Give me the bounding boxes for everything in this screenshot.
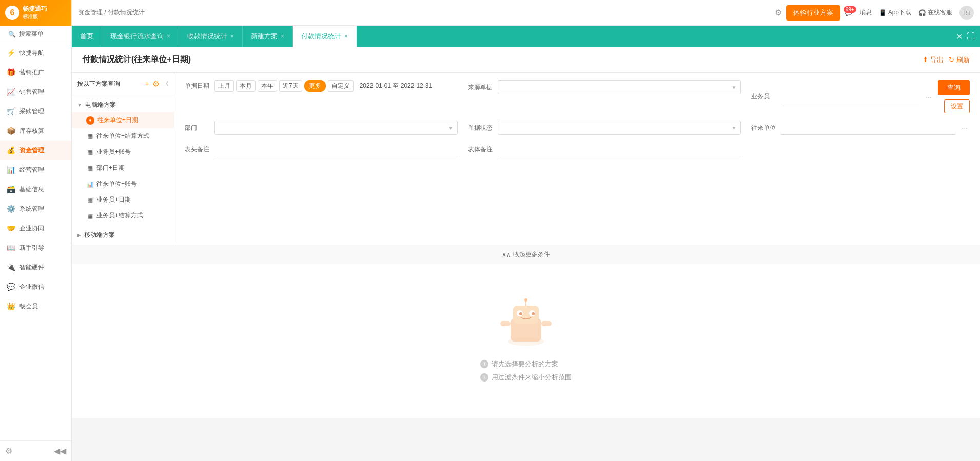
sidebar: 6 畅捷通巧 标准版 🔍 搜索菜单 ⚡快捷导航🎁营销推广📈销售管理🛒采购管理📦库…	[0, 0, 72, 461]
scheme-panel-header: 按以下方案查询 + ⚙ 《	[72, 73, 174, 95]
page-content: 付款情况统计(往来单位+日期) ⬆ 导出 ↻ 刷新 按以下方案查询 +	[72, 47, 980, 461]
scheme-group-mobile-label: 移动端方案	[84, 231, 115, 239]
table-icon: ▦	[86, 149, 93, 156]
dept-label: 部门	[185, 124, 210, 132]
topbar-gear-icon[interactable]: ⚙	[775, 8, 782, 17]
sidebar-item-guide[interactable]: 📖新手引导	[0, 238, 71, 257]
scheme-settings-icon[interactable]: ⚙	[152, 79, 160, 89]
refresh-button[interactable]: ↻ 刷新	[949, 55, 970, 65]
body-note-input[interactable]	[498, 142, 741, 156]
unit-dots-btn[interactable]: ···	[959, 124, 970, 132]
scheme-collapse-icon[interactable]: 《	[163, 79, 169, 88]
scheme-item-label: 往来单位+日期	[97, 116, 138, 125]
tab-new-scheme[interactable]: 新建方案 ×	[243, 26, 293, 47]
tab-cash-flow[interactable]: 现金银行流水查询 ×	[102, 26, 179, 47]
sidebar-bottom: ⚙ ◀◀	[0, 440, 71, 461]
sidebar-search[interactable]: 🔍 搜索菜单	[0, 26, 71, 43]
query-button[interactable]: 查询	[938, 80, 970, 95]
scheme-item-dept-date[interactable]: ▦部门+日期	[72, 160, 174, 176]
scheme-items-container: ●往来单位+日期▦往来单位+结算方式▦业务员+账号▦部门+日期📊往来单位+账号▦…	[72, 112, 174, 224]
sidebar-item-label: 新手引导	[19, 244, 44, 252]
filter-settings-button[interactable]: 设置	[944, 99, 970, 113]
staff-dots-btn[interactable]: ···	[924, 93, 934, 101]
date-btn-more[interactable]: 更多	[304, 80, 326, 92]
table-icon: ▦	[86, 133, 93, 140]
sidebar-item-enterprise[interactable]: 🤝企业协同	[0, 218, 71, 238]
scheme-item-staff-account[interactable]: ▦业务员+账号	[72, 144, 174, 160]
scheme-group-mobile-header[interactable]: ▶ 移动端方案	[72, 228, 174, 243]
sidebar-item-system[interactable]: ⚙️系统管理	[0, 199, 71, 218]
message-icon-area[interactable]: 💬 99+	[845, 9, 852, 16]
sidebar-item-purchase[interactable]: 🛒采购管理	[0, 102, 71, 121]
header-note-input[interactable]	[214, 142, 458, 156]
sidebar-item-hardware[interactable]: 🔌智能硬件	[0, 257, 71, 277]
tab-close-cash-flow[interactable]: ×	[167, 33, 170, 40]
scheme-item-label: 往来单位+账号	[96, 179, 137, 188]
app-download[interactable]: 📱 App下载	[879, 8, 911, 17]
online-service[interactable]: 🎧 在线客服	[918, 8, 952, 17]
tab-collection[interactable]: 收款情况统计 ×	[179, 26, 243, 47]
sidebar-item-wechat[interactable]: 💬企业微信	[0, 277, 71, 296]
finance-icon: 💰	[6, 146, 15, 155]
doc-status-select[interactable]: ▼	[498, 121, 741, 135]
sidebar-item-member[interactable]: 👑畅会员	[0, 296, 71, 316]
tab-label-new-scheme: 新建方案	[251, 32, 278, 41]
scheme-item-unit-account[interactable]: 📊往来单位+账号	[72, 176, 174, 192]
filter-row-1: 单据日期 上月 本月 本年 近7天 更多 自定义 2022-01-01 至 20…	[185, 80, 970, 113]
page-title: 付款情况统计(往来单位+日期)	[82, 54, 191, 65]
tab-label-cash-flow: 现金银行流水查询	[110, 32, 164, 41]
tab-home[interactable]: 首页	[72, 26, 102, 47]
hint-num-1: ①	[480, 360, 488, 368]
search-label: 搜索菜单	[19, 30, 44, 38]
page-header: 付款情况统计(往来单位+日期) ⬆ 导出 ↻ 刷新	[72, 47, 980, 73]
scheme-add-icon[interactable]: +	[145, 79, 149, 89]
business-icon: 📊	[6, 165, 15, 174]
sidebar-settings-icon[interactable]: ⚙	[5, 446, 12, 456]
staff-input[interactable]	[781, 90, 919, 104]
date-btn-last-month[interactable]: 上月	[214, 80, 234, 92]
source-select[interactable]: ▼	[498, 80, 741, 94]
sidebar-item-label: 智能硬件	[19, 263, 44, 272]
unit-input[interactable]	[781, 121, 955, 135]
collapse-bar[interactable]: ∧∧ 收起更多条件	[72, 245, 980, 264]
tab-close-all-icon[interactable]: ✕	[956, 32, 963, 42]
sidebar-item-basic[interactable]: 🗃️基础信息	[0, 179, 71, 199]
sidebar-item-marketing[interactable]: 🎁营销推广	[0, 63, 71, 82]
scheme-item-unit-date[interactable]: ●往来单位+日期	[72, 112, 174, 128]
user-avatar[interactable]: Rit	[959, 6, 974, 20]
sidebar-item-sales[interactable]: 📈销售管理	[0, 82, 71, 102]
tab-payment-stats[interactable]: 付款情况统计 ×	[293, 26, 357, 47]
svg-rect-2	[513, 306, 539, 324]
tab-expand-icon[interactable]: ⛶	[967, 32, 975, 41]
sidebar-item-finance[interactable]: 💰资金管理	[0, 141, 71, 160]
tab-close-payment-stats[interactable]: ×	[344, 33, 348, 40]
enterprise-icon: 🤝	[6, 224, 15, 233]
header-note-label: 表头备注	[185, 145, 210, 154]
sidebar-item-business[interactable]: 📊经营管理	[0, 160, 71, 179]
export-button[interactable]: ⬆ 导出	[923, 55, 944, 65]
date-btn-this-month[interactable]: 本月	[236, 80, 256, 92]
date-btn-custom[interactable]: 自定义	[328, 80, 354, 92]
empty-hint-2: ② 用过滤条件来缩小分析范围	[480, 371, 572, 384]
sidebar-item-quick-nav[interactable]: ⚡快捷导航	[0, 43, 71, 63]
date-btn-this-year[interactable]: 本年	[258, 80, 277, 92]
scheme-item-unit-payment[interactable]: ▦往来单位+结算方式	[72, 128, 174, 144]
trial-button[interactable]: 体验行业方案	[786, 5, 840, 21]
tab-close-collection[interactable]: ×	[230, 33, 234, 40]
tab-close-new-scheme[interactable]: ×	[281, 33, 284, 40]
chevron-down-icon: ▼	[448, 125, 453, 131]
scheme-item-staff-date[interactable]: ▦业务员+日期	[72, 192, 174, 208]
date-btn-7days[interactable]: 近7天	[279, 80, 302, 92]
filter-docstatus-field: 单据状态 ▼	[468, 121, 741, 135]
scheme-item-label: 往来单位+结算方式	[96, 132, 149, 141]
sidebar-item-label: 快捷导航	[19, 49, 44, 57]
sidebar-item-inventory[interactable]: 📦库存核算	[0, 121, 71, 141]
scheme-panel: 按以下方案查询 + ⚙ 《 ▼ 电脑端方案 ●往来单位+日期▦往来单位+结算方式…	[72, 73, 174, 245]
breadcrumb-text: 资金管理 / 付款情况统计	[78, 8, 145, 17]
topbar: 资金管理 / 付款情况统计 ⚙ 体验行业方案 💬 99+ 消息 📱 App下载 …	[72, 0, 980, 26]
topbar-msg-label[interactable]: 消息	[859, 8, 872, 17]
sidebar-collapse-icon[interactable]: ◀◀	[54, 446, 66, 456]
scheme-item-staff-payment[interactable]: ▦业务员+结算方式	[72, 208, 174, 224]
dept-select[interactable]: ▼	[214, 121, 458, 135]
scheme-group-desktop-header[interactable]: ▼ 电脑端方案	[72, 97, 174, 112]
